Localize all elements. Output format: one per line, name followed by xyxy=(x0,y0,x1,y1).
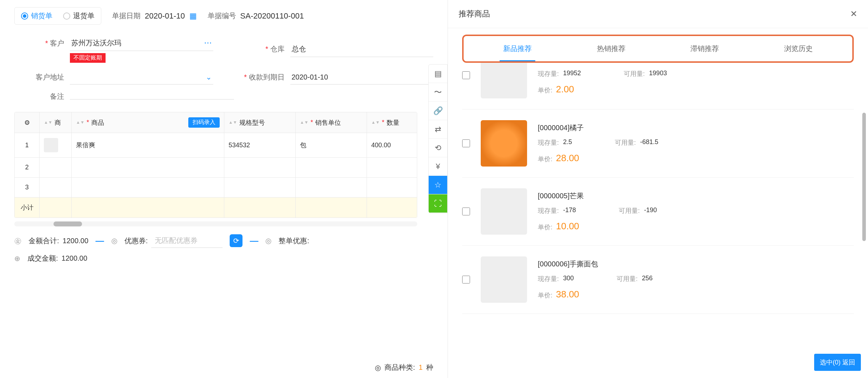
customer-input[interactable]: 苏州万达沃尔玛 ⋯ xyxy=(70,35,213,51)
deal-row: ⊕ 成交金额:1200.00 xyxy=(14,254,433,263)
tool-expand-icon[interactable]: ⛶ xyxy=(429,194,447,213)
table-head: ⚙ ▲▼商 ▲▼*商品扫码录入 ▲▼规格型号 ▲▼*销售单位 ▲▼*数量 xyxy=(15,112,417,133)
tab-hot[interactable]: 热销推荐 xyxy=(586,39,636,58)
coupon-input[interactable]: 无匹配优惠券 xyxy=(151,234,223,248)
row-product[interactable]: 果倍爽 xyxy=(72,133,224,157)
kinds-label: 商品种类: xyxy=(384,363,415,372)
tab-history[interactable]: 浏览历史 xyxy=(773,39,823,58)
radio-return-order[interactable]: 退货单 xyxy=(63,11,95,21)
due-date-value: 2020-01-10 xyxy=(292,73,328,81)
product-checkbox[interactable] xyxy=(462,139,470,147)
avail-value: 256 xyxy=(642,275,653,283)
stock-value: 300 xyxy=(563,275,574,283)
avail-value: -681.5 xyxy=(640,138,658,147)
product-name: [0000004]橘子 xyxy=(538,123,854,133)
price-value: 2.00 xyxy=(556,84,574,94)
th-product[interactable]: ▲▼*商品扫码录入 xyxy=(72,112,224,133)
radio-sales-order[interactable]: 销货单 xyxy=(21,11,52,21)
selected-return-button[interactable]: 选中(0) 返回 xyxy=(814,354,861,371)
currency-icon: ㊎ xyxy=(14,236,21,246)
deal-icon: ⊕ xyxy=(14,254,20,263)
row-index: 1 xyxy=(15,133,40,157)
product-list[interactable]: 250ml 现存量:19952 可用量:19903 单价:2.00 [00000… xyxy=(448,63,868,378)
row-spec[interactable]: 534532 xyxy=(224,133,296,157)
tool-link-icon[interactable]: 🔗 xyxy=(429,102,447,120)
doc-no-field: 单据编号 SA-20200110-001 xyxy=(208,11,304,21)
warehouse-input[interactable]: 总仓 xyxy=(290,41,434,57)
warehouse-value: 总仓 xyxy=(292,45,306,53)
th-thumb[interactable]: ▲▼商 xyxy=(40,112,72,133)
product-checkbox[interactable] xyxy=(462,276,470,284)
product-name: [0000005]芒果 xyxy=(538,191,854,201)
items-table: ⚙ ▲▼商 ▲▼*商品扫码录入 ▲▼规格型号 ▲▼*销售单位 ▲▼*数量 1 果… xyxy=(14,112,417,218)
order-discount-label: 整单优惠: xyxy=(279,236,309,246)
stock-value: 19952 xyxy=(563,70,581,78)
deal-amount-label: 成交金额: xyxy=(27,254,58,263)
scan-button[interactable]: 扫码录入 xyxy=(188,117,220,128)
form-grid: 客户 苏州万达沃尔玛 ⋯ 不固定账期 仓库 总仓 客户地址 ⌄ xyxy=(14,35,433,101)
tool-currency-icon[interactable]: ¥ xyxy=(429,157,447,176)
coupon-icon: ◎ xyxy=(111,236,117,245)
radio-return-label: 退货单 xyxy=(73,11,95,21)
th-qty[interactable]: ▲▼*数量 xyxy=(367,112,417,133)
customer-value: 苏州万达沃尔玛 xyxy=(71,39,121,47)
product-name: 250ml xyxy=(538,63,854,64)
tab-slow[interactable]: 滞销推荐 xyxy=(680,39,730,58)
doc-date-value[interactable]: 2020-01-10 xyxy=(145,11,185,21)
vertical-scrollbar[interactable] xyxy=(862,113,866,241)
tool-list-icon[interactable]: ▤ xyxy=(429,65,447,83)
close-icon[interactable]: ✕ xyxy=(850,9,857,19)
calendar-icon[interactable]: ▦ xyxy=(189,11,197,21)
th-unit[interactable]: ▲▼*销售单位 xyxy=(296,112,367,133)
table-body: 1 果倍爽 534532 包 400.00 2 3 小计 xyxy=(15,133,417,218)
row-index: 3 xyxy=(15,178,40,197)
th-settings[interactable]: ⚙ xyxy=(15,112,40,133)
remark-label: 备注 xyxy=(14,92,64,101)
right-title: 推荐商品 xyxy=(459,9,490,19)
top-row: 销货单 退货单 单据日期 2020-01-10 ▦ 单据编号 SA-202001… xyxy=(14,7,433,25)
refresh-button[interactable]: ⟳ xyxy=(230,234,242,247)
remark-input[interactable] xyxy=(70,93,234,99)
stock-value: 2.5 xyxy=(563,138,572,147)
address-label: 客户地址 xyxy=(14,72,64,82)
product-checkbox[interactable] xyxy=(462,71,470,79)
table-row[interactable]: 3 xyxy=(15,178,417,198)
row-unit[interactable]: 包 xyxy=(296,133,367,157)
sort-icon: ▲▼ xyxy=(44,121,52,124)
radio-dot-icon xyxy=(63,12,70,20)
radio-dot-icon xyxy=(21,12,28,20)
tool-star-icon[interactable]: ☆ xyxy=(429,176,447,194)
tool-back-icon[interactable]: ⟲ xyxy=(429,139,447,157)
product-item: 250ml 现存量:19952 可用量:19903 单价:2.00 xyxy=(462,63,854,109)
tool-chart-icon[interactable]: 〜 xyxy=(429,83,447,102)
sort-icon: ▲▼ xyxy=(300,121,308,124)
side-toolbar: ▤ 〜 🔗 ⇄ ⟲ ¥ ☆ ⛶ xyxy=(428,64,448,213)
customer-row: 客户 苏州万达沃尔玛 ⋯ xyxy=(14,35,213,51)
doc-no-value: SA-20200110-001 xyxy=(240,11,304,21)
total-amount-label: 金额合计: xyxy=(29,236,59,246)
doc-date-label: 单据日期 xyxy=(112,11,141,21)
kinds-unit: 种 xyxy=(426,363,433,372)
lookup-icon[interactable]: ⋯ xyxy=(204,38,212,47)
due-date-input[interactable]: 2020-01-10 xyxy=(290,70,434,85)
tool-swap-icon[interactable]: ⇄ xyxy=(429,120,447,139)
table-row[interactable]: 2 xyxy=(15,158,417,178)
tab-new[interactable]: 新品推荐 xyxy=(492,39,542,58)
warehouse-label: 仓库 xyxy=(235,44,285,54)
product-image xyxy=(481,256,527,303)
dash-icon: — xyxy=(250,236,258,246)
chevron-down-icon[interactable]: ⌄ xyxy=(206,73,212,81)
doc-no-label: 单据编号 xyxy=(208,11,236,21)
table-row[interactable]: 1 果倍爽 534532 包 400.00 xyxy=(15,133,417,158)
product-checkbox[interactable] xyxy=(462,208,470,215)
totals-row: ㊎ 金额合计:1200.00 — ◎ 优惠券: 无匹配优惠券 ⟳ — ◎ 整单优… xyxy=(14,234,433,248)
th-spec[interactable]: ▲▼规格型号 xyxy=(224,112,296,133)
row-qty[interactable]: 400.00 xyxy=(367,133,417,157)
right-pane: 推荐商品 ✕ 新品推荐 热销推荐 滞销推荐 浏览历史 250ml 现存量:199… xyxy=(448,0,868,378)
horizontal-scrollbar[interactable] xyxy=(14,221,417,226)
price-value: 10.00 xyxy=(556,221,579,231)
product-image xyxy=(481,188,527,235)
kinds-value: 1 xyxy=(419,363,423,372)
avail-value: 19903 xyxy=(649,70,667,78)
address-input[interactable]: ⌄ xyxy=(70,70,213,85)
